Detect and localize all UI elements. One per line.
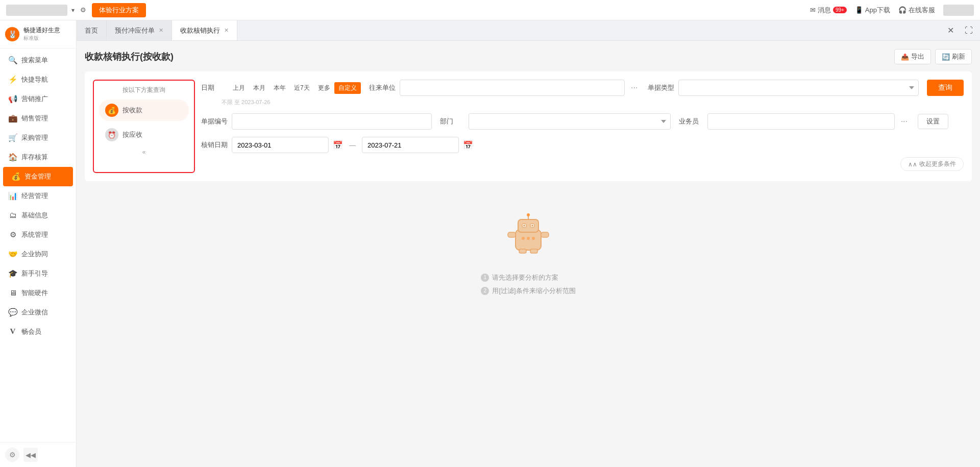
by-receivable-label: 按应收 <box>122 130 142 139</box>
dropdown-arrow: ▾ <box>71 7 75 14</box>
sidebar-label-management: 经营管理 <box>21 191 48 201</box>
service-icon: 🎧 <box>898 6 906 14</box>
employee-label: 业务员 <box>679 117 703 126</box>
top-bar-dropdown[interactable]: ▾ <box>71 7 75 14</box>
doc-type-label: 单据类型 <box>648 83 674 92</box>
tab-payment-verify[interactable]: 收款核销执行 ✕ <box>172 20 237 40</box>
export-label: 导出 <box>911 52 924 61</box>
filter-group-date: 日期 上月 本月 本年 近7天 更多 自定义 <box>201 82 361 94</box>
sidebar-item-sales[interactable]: 💼 销售管理 <box>0 109 76 128</box>
service-label: 在线客服 <box>909 6 935 15</box>
by-payment-icon: 💰 <box>105 104 118 117</box>
inventory-icon: 🏠 <box>8 153 17 162</box>
sidebar-item-member[interactable]: V 畅会员 <box>0 322 76 341</box>
svg-rect-14 <box>530 249 537 253</box>
filter-scheme-panel: 按以下方案查询 💰 按收款 ⏰ 按应收 « <box>93 80 195 173</box>
date-tabs: 上月 本月 本年 近7天 更多 自定义 <box>229 82 361 94</box>
doc-no-input[interactable] <box>232 113 432 130</box>
search-icon: 🔍 <box>8 56 17 65</box>
query-button[interactable]: 查询 <box>927 80 964 96</box>
message-badge: 99+ <box>833 7 847 13</box>
verify-date-start-input[interactable] <box>232 137 329 153</box>
solution-button[interactable]: 体验行业方案 <box>92 3 146 17</box>
date-tab-custom[interactable]: 自定义 <box>334 82 361 94</box>
sidebar-item-shortcut[interactable]: ⚡ 快捷导航 <box>0 70 76 89</box>
sidebar-item-wechat[interactable]: 💬 企业微信 <box>0 303 76 322</box>
employee-input[interactable] <box>707 113 895 130</box>
date-tab-this-month[interactable]: 本月 <box>249 82 270 94</box>
tab-home[interactable]: 首页 <box>77 20 107 40</box>
tab-payment-verify-label: 收款核销执行 <box>180 26 220 35</box>
cooperation-icon: 🤝 <box>8 250 17 259</box>
sidebar-item-finance[interactable]: 💰 资金管理 <box>3 167 73 186</box>
filter-collapse-btn[interactable]: « <box>99 149 189 156</box>
tip-num-2: 2 <box>481 287 489 295</box>
svg-point-12 <box>532 237 535 240</box>
svg-rect-13 <box>519 249 526 253</box>
date-hint-text: 不限 至 2023-07-26 <box>222 99 270 105</box>
date-tab-this-year[interactable]: 本年 <box>270 82 290 94</box>
wechat-icon: 💬 <box>8 308 17 317</box>
sidebar-item-basic[interactable]: 🗂 基础信息 <box>0 206 76 225</box>
dept-select[interactable] <box>469 113 671 130</box>
tab-close-all-button[interactable]: ✕ <box>943 23 958 38</box>
sidebar-item-search[interactable]: 🔍 搜索菜单 <box>0 51 76 70</box>
sidebar-label-system: 系统管理 <box>21 230 48 239</box>
sidebar-item-cooperation[interactable]: 🤝 企业协同 <box>0 244 76 264</box>
app-download-item[interactable]: 📱 App下载 <box>855 6 890 15</box>
settings-action: 设置 <box>918 114 964 129</box>
sidebar-item-guide[interactable]: 🎓 新手引导 <box>0 264 76 283</box>
date-tab-7days[interactable]: 近7天 <box>290 82 314 94</box>
top-bar-gear-icon[interactable]: ⚙ <box>79 6 88 15</box>
user-avatar[interactable] <box>943 5 974 16</box>
empty-tip-1: 1 请先选择要分析的方案 <box>481 271 575 284</box>
tab-prepay-close[interactable]: ✕ <box>159 27 163 34</box>
doc-type-select[interactable] <box>678 80 919 96</box>
sidebar: 🐰 畅捷通好生意 标准版 🔍 搜索菜单 ⚡ 快捷导航 📢 营销推广 💼 销售管理 <box>0 20 77 467</box>
sidebar-settings-button[interactable]: ⚙ <box>5 448 19 462</box>
filter-option-by-payment[interactable]: 💰 按收款 <box>99 100 189 121</box>
content-area: 首页 预付冲应付单 ✕ 收款核销执行 ✕ ✕ ⛶ 收款核销执行(按收款) <box>77 20 980 467</box>
date-hint-row: 不限 至 2023-07-26 <box>222 98 964 106</box>
export-button[interactable]: 📤 导出 <box>894 49 931 64</box>
sales-icon: 💼 <box>8 114 17 123</box>
verify-date-label: 核销日期 <box>201 140 228 150</box>
tab-home-label: 首页 <box>85 26 98 35</box>
sidebar-item-marketing[interactable]: 📢 营销推广 <box>0 89 76 109</box>
filter-option-by-receivable[interactable]: ⏰ 按应收 <box>99 124 189 145</box>
settings-button[interactable]: 设置 <box>918 114 948 129</box>
refresh-button[interactable]: 🔄 刷新 <box>935 49 972 64</box>
message-item[interactable]: ✉ 消息 99+ <box>810 6 847 15</box>
sidebar-label-finance: 资金管理 <box>24 172 51 181</box>
employee-ellipsis-icon[interactable]: ··· <box>899 117 910 126</box>
top-bar-right: ✉ 消息 99+ 📱 App下载 🎧 在线客服 <box>810 5 974 16</box>
sidebar-item-system[interactable]: ⚙ 系统管理 <box>0 225 76 244</box>
service-item[interactable]: 🎧 在线客服 <box>898 6 935 15</box>
tab-prepay[interactable]: 预付冲应付单 ✕ <box>107 20 172 40</box>
main-layout: 🐰 畅捷通好生意 标准版 🔍 搜索菜单 ⚡ 快捷导航 📢 营销推广 💼 销售管理 <box>0 20 980 467</box>
svg-point-11 <box>527 237 530 240</box>
filter-conditions: 日期 上月 本月 本年 近7天 更多 自定义 <box>201 80 964 173</box>
verify-date-end-cal-icon[interactable]: 📅 <box>463 140 473 150</box>
date-tab-last-month[interactable]: 上月 <box>229 82 249 94</box>
collapse-more-button[interactable]: ∧∧ 收起更多条件 <box>900 157 964 171</box>
date-tab-more[interactable]: 更多 <box>314 82 334 94</box>
partner-ellipsis-icon[interactable]: ··· <box>629 83 640 92</box>
sidebar-item-inventory[interactable]: 🏠 库存核算 <box>0 148 76 167</box>
empty-state: 1 请先选择要分析的方案 2 用[过滤]条件来缩小分析范围 <box>85 181 972 328</box>
svg-rect-1 <box>518 219 538 232</box>
verify-date-start-cal-icon[interactable]: 📅 <box>333 140 343 150</box>
tab-payment-verify-close[interactable]: ✕ <box>224 27 229 34</box>
sidebar-item-management[interactable]: 📊 经营管理 <box>0 186 76 206</box>
partner-input[interactable] <box>400 80 625 96</box>
sidebar-item-hardware[interactable]: 🖥 智能硬件 <box>0 283 76 303</box>
svg-point-10 <box>522 237 525 240</box>
sidebar-collapse-button[interactable]: ◀◀ <box>23 448 38 462</box>
sidebar-logo: 🐰 畅捷通好生意 标准版 <box>0 20 76 48</box>
sidebar-item-purchase[interactable]: 🛒 采购管理 <box>0 128 76 148</box>
sidebar-label-cooperation: 企业协同 <box>21 250 48 259</box>
shortcut-icon: ⚡ <box>8 75 17 84</box>
verify-date-end-input[interactable] <box>362 137 459 153</box>
sidebar-label-sales: 销售管理 <box>21 114 48 123</box>
tab-fullscreen-button[interactable]: ⛶ <box>962 23 976 38</box>
